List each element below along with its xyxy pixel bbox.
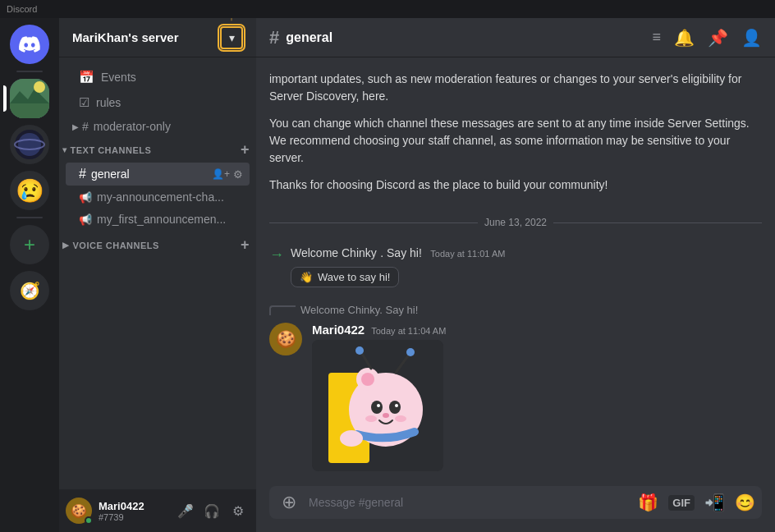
sticker-area (312, 340, 443, 471)
wave-button[interactable]: 👋 Wave to say hi! (291, 267, 399, 287)
voice-channels-category[interactable]: ▶ VOICE CHANNELS + (59, 233, 256, 257)
text-channels-category[interactable]: ▾ TEXT CHANNELS + (59, 138, 256, 162)
system-message-2: You can change which channel these messa… (269, 115, 762, 167)
user-area: 🍪 Mari0422 #7739 🎤 🎧 ⚙ (59, 489, 256, 532)
header-actions: ≡ 🔔 📌 👤 (652, 28, 762, 48)
user-avatar[interactable]: 🍪 (66, 498, 92, 524)
welcome-arrow-icon: → (269, 246, 284, 264)
arrow-up-icon: ↑ (229, 18, 235, 23)
headphones-icon: 🎧 (204, 503, 220, 519)
deafen-button[interactable]: 🎧 (200, 499, 223, 522)
add-attachment-button[interactable]: ⊕ (276, 489, 302, 516)
channel-item-general[interactable]: # general 👤+ ⚙ (66, 163, 250, 186)
text-channels-section: ▾ TEXT CHANNELS + # general 👤+ ⚙ 📢 m (59, 138, 256, 230)
pin-button[interactable]: 📌 (708, 28, 728, 48)
message-header-1: Mari0422 Today at 11:04 AM (312, 323, 762, 337)
reply-line (269, 305, 296, 315)
server-icon-discord[interactable] (10, 25, 49, 64)
app-layout: 😢 + 🧭 MariKhan's server ▾ ↑ 📅 Events (0, 18, 775, 532)
svg-rect-2 (10, 103, 49, 118)
dropdown-arrow-indicator: ↑ (229, 18, 235, 23)
nav-item-events[interactable]: 📅 Events (66, 65, 250, 89)
svg-point-22 (395, 415, 406, 422)
welcome-message-1: → Welcome Chinky . Say hi! Today at 11:0… (269, 245, 762, 287)
username-display: Mari0422 (99, 500, 167, 512)
welcome-content-1: Welcome Chinky . Say hi! Today at 11:01 … (291, 245, 505, 287)
svg-point-20 (383, 413, 389, 418)
server-icon-2[interactable] (10, 125, 49, 164)
reply-text: Welcome Chinky. Say hi! (300, 304, 418, 316)
settings-button[interactable]: ⚙ (227, 499, 250, 522)
app-title: Discord (7, 4, 37, 14)
wave-emoji: 👋 (300, 271, 313, 283)
channel-hash-icon: # (269, 27, 279, 48)
channel-actions-general: 👤+ ⚙ (212, 168, 243, 181)
user-info: Mari0422 #7739 (99, 500, 167, 522)
message-content-1: Mari0422 Today at 11:04 AM (312, 323, 762, 471)
svg-point-19 (395, 404, 398, 407)
svg-point-15 (406, 348, 415, 356)
user-controls: 🎤 🎧 ⚙ (174, 499, 250, 522)
welcome-timestamp: Today at 11:01 AM (430, 249, 505, 259)
threads-button[interactable]: ≡ (652, 29, 661, 46)
announce-icon-2: 📢 (79, 213, 92, 226)
plus-circle-icon: ⊕ (282, 492, 296, 513)
message-username-1: Mari0422 (312, 323, 365, 337)
channel-item-announcement1[interactable]: 📢 my-announcement-cha... (66, 186, 250, 208)
date-divider: June 13, 2022 (269, 217, 762, 228)
mute-button[interactable]: 🎤 (174, 499, 197, 522)
server-explore-button[interactable]: 🧭 (10, 271, 49, 310)
server-header[interactable]: MariKhan's server ▾ ↑ (59, 18, 256, 57)
settings-icon[interactable]: ⚙ (233, 168, 243, 181)
system-message-3: Thanks for choosing Discord as the place… (269, 177, 762, 194)
system-message-1: important updates, such as new moderatio… (269, 71, 762, 105)
notification-button[interactable]: 🔔 (674, 28, 695, 48)
messages-area: important updates, such as new moderatio… (256, 57, 775, 486)
server-dropdown-button[interactable]: ▾ ↑ (220, 26, 243, 49)
server-name: MariKhan's server (72, 30, 178, 44)
voice-channels-label: VOICE CHANNELS (73, 241, 241, 250)
svg-point-17 (389, 401, 401, 414)
category-collapse-icon: ▾ (62, 145, 67, 154)
welcome-text-prefix: Welcome (291, 246, 342, 259)
svg-point-3 (34, 81, 45, 93)
apps-button[interactable]: 📲 (704, 493, 725, 512)
message-group-container: Welcome Chinky. Say hi! 🍪 Mari0422 Today… (269, 304, 762, 471)
compass-icon: 🧭 (20, 281, 40, 300)
add-voice-channel-button[interactable]: + (241, 236, 250, 254)
plus-icon: + (24, 233, 35, 256)
gif-button[interactable]: GIF (668, 495, 695, 511)
hash-icon-mod: # (82, 120, 89, 133)
rules-label: rules (96, 96, 121, 109)
message-input-container: ⊕ 🎁 GIF 📲 😊 (269, 486, 762, 519)
svg-point-16 (371, 401, 383, 414)
add-channel-button[interactable]: + (241, 141, 250, 158)
user-status-indicator (85, 516, 93, 525)
title-bar: Discord (0, 0, 775, 18)
channel-item-moderator[interactable]: ▶ # moderator-only (66, 116, 250, 137)
channel-list: 📅 Events ☑ rules ▶ # moderator-only ▾ TE… (59, 57, 256, 489)
channel-name-announcement2: my_first_announcemen... (97, 213, 243, 226)
announce-icon-1: 📢 (79, 191, 92, 204)
gear-icon: ⚙ (232, 503, 244, 519)
chevron-down-icon: ▾ (229, 31, 235, 44)
nav-item-rules[interactable]: ☑ rules (66, 90, 250, 115)
member-list-button[interactable]: 👤 (741, 28, 762, 48)
server-icon-1[interactable] (10, 79, 49, 118)
server-icon-3[interactable]: 😢 (10, 171, 49, 210)
message-input[interactable] (309, 486, 631, 519)
add-member-icon[interactable]: 👤+ (212, 168, 230, 180)
text-channels-label: TEXT CHANNELS (71, 145, 241, 155)
server-add-button[interactable]: + (10, 225, 49, 264)
svg-point-11 (361, 373, 374, 386)
welcome-text-suffix: . Say hi! (380, 246, 422, 259)
moderator-label: moderator-only (94, 120, 171, 133)
message-timestamp-1: Today at 11:04 AM (371, 326, 446, 336)
input-actions: 🎁 GIF 📲 😊 (638, 493, 755, 512)
channel-item-announcement2[interactable]: 📢 my_first_announcemen... (66, 209, 250, 230)
voice-channels-section: ▶ VOICE CHANNELS + (59, 233, 256, 257)
message-group-1: 🍪 Mari0422 Today at 11:04 AM (269, 323, 762, 471)
wave-label: Wave to say hi! (318, 271, 390, 283)
gift-button[interactable]: 🎁 (638, 493, 658, 512)
emoji-button[interactable]: 😊 (735, 493, 755, 512)
